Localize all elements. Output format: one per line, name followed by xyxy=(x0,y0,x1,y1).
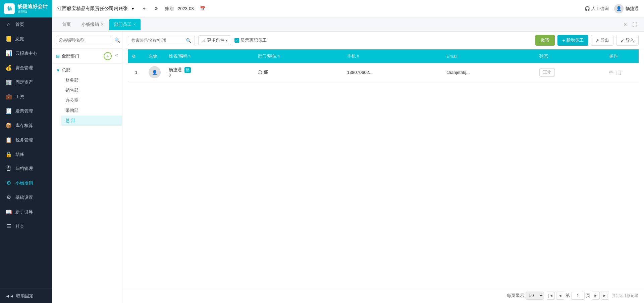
tab-home[interactable]: 首页 xyxy=(57,19,75,30)
tab-dept-label: 部门员工 xyxy=(114,21,131,28)
funds-icon: 💰 xyxy=(5,64,12,71)
unpin-button[interactable]: ◄◄ 取消固定 xyxy=(0,289,52,303)
page-text: 第 xyxy=(566,293,570,299)
tab-dept[interactable]: 部门员工 × xyxy=(109,19,141,30)
filter-label: 更多条件 xyxy=(207,37,224,43)
col-status: 状态 xyxy=(535,49,605,63)
dept-sort-icon: ⇅ xyxy=(277,54,280,58)
support-button[interactable]: 🎧 人工咨询 xyxy=(585,6,609,12)
tax-icon: 📋 xyxy=(5,137,12,143)
dept-search-icon[interactable]: 🔍 xyxy=(114,37,120,43)
sidebar-label-tax: 税务管理 xyxy=(15,137,33,143)
tab-xiaochang-label: 小畅报销 xyxy=(82,21,99,28)
add-book-button[interactable]: + xyxy=(140,4,149,13)
sidebar-item-payroll[interactable]: 💼 工资 xyxy=(0,89,52,104)
tabs-bar: 首页 小畅报销 × 部门员工 × ✕ ⛶ xyxy=(52,17,644,32)
row-avatar: 👤 xyxy=(145,63,165,82)
show-resigned-checkbox[interactable]: ✓ xyxy=(234,38,239,43)
import-button[interactable]: ↙ 导入 xyxy=(616,35,639,46)
tab-xiaochang-close[interactable]: × xyxy=(101,22,103,27)
user-info[interactable]: 👤 畅捷通 xyxy=(614,4,639,13)
sidebar-item-tax[interactable]: 📋 税务管理 xyxy=(0,133,52,147)
edit-button[interactable]: ✏ xyxy=(609,69,613,76)
dept-item-sales[interactable]: 销售部 xyxy=(61,85,122,95)
calendar-button[interactable]: 📅 xyxy=(198,4,207,13)
sidebar-item-guide[interactable]: 📖 新手引导 xyxy=(0,205,52,219)
pagination: 每页显示 50 20 100 |◄ ◄ 第 页 ► ►| 共1页, 1条 xyxy=(122,288,644,303)
emp-tag: 部 xyxy=(184,67,191,73)
dept-header-actions: + « xyxy=(104,52,118,60)
col-dept[interactable]: 部门/职位⇅ xyxy=(254,49,343,63)
dept-tree: ▼ 总部 财务部 销售部 办公室 采购部 总 部 xyxy=(52,64,122,303)
sidebar-item-xiaochang[interactable]: ⚙ 小畅报销 xyxy=(0,176,52,190)
logout-button[interactable]: ⬚ xyxy=(616,69,621,76)
dept-search-input[interactable] xyxy=(56,36,112,44)
col-settings[interactable]: ⚙ xyxy=(128,49,145,63)
show-resigned-label: 显示离职员工 xyxy=(240,37,267,43)
page-nav: |◄ ◄ 第 页 ► ►| xyxy=(547,292,609,300)
dept-search-bar: 🔍 xyxy=(52,32,122,49)
tab-xiaochang[interactable]: 小畅报销 × xyxy=(77,19,108,30)
sidebar-item-inventory[interactable]: 📦 库存核算 xyxy=(0,118,52,133)
content-area: 🔍 ⊞ 全部部门 + « ▼ 总部 财务部 销售部 办公室 xyxy=(52,32,644,303)
col-phone[interactable]: 手机⇅ xyxy=(343,49,442,63)
page-next-button[interactable]: ► xyxy=(592,292,600,300)
headset-icon: 🎧 xyxy=(585,6,590,11)
sidebar-item-funds[interactable]: 💰 资金管理 xyxy=(0,60,52,75)
more-icon: ☰ xyxy=(5,223,12,229)
export-button[interactable]: ↗ 导出 xyxy=(591,35,613,46)
inventory-icon: 📦 xyxy=(5,122,12,129)
filter-icon: ⊿ xyxy=(202,38,206,43)
import-label: 导入 xyxy=(626,37,634,43)
dept-item-purchase[interactable]: 采购部 xyxy=(61,105,122,116)
page-prev-button[interactable]: ◄ xyxy=(556,292,564,300)
name-sort-icon: ⇅ xyxy=(188,54,191,58)
sidebar-item-home[interactable]: ⌂ 首页 xyxy=(0,17,52,32)
sidebar-item-fixed-assets[interactable]: 🏢 固定资产 xyxy=(0,75,52,89)
ledger-icon: 📒 xyxy=(5,36,12,42)
add-employee-button[interactable]: + 新增员工 xyxy=(557,35,588,46)
avatar-icon: 👤 xyxy=(616,6,622,11)
sidebar-item-archive[interactable]: 🗄 归档管理 xyxy=(0,162,52,176)
user-name: 畅捷通 xyxy=(626,6,639,12)
dept-item-general[interactable]: 总 部 xyxy=(61,116,122,126)
tab-dept-close[interactable]: × xyxy=(133,22,136,27)
dept-header-label: 全部部门 xyxy=(62,53,79,59)
close-tab-button[interactable]: ✕ xyxy=(621,20,629,29)
sidebar-label-invoice: 发票管理 xyxy=(15,108,33,114)
sidebar-item-reports[interactable]: 📊 云报表中心 xyxy=(0,46,52,60)
topbar-right: 🎧 人工咨询 👤 畅捷通 xyxy=(585,4,639,13)
topbar: 江西服宝精品有限责任公司内账张 ▾ + ⚙ 账期 2023-03 📅 🎧 人工咨… xyxy=(52,0,644,17)
sidebar-label-home: 首页 xyxy=(15,21,24,28)
dept-item-finance[interactable]: 财务部 xyxy=(61,75,122,85)
settings-button[interactable]: ⚙ xyxy=(152,4,161,13)
sidebar-item-ledger[interactable]: 📒 总账 xyxy=(0,32,52,46)
employee-search-input[interactable] xyxy=(131,38,184,43)
sidebar-item-invoice[interactable]: 🧾 发票管理 xyxy=(0,104,52,118)
company-dropdown[interactable]: ▾ xyxy=(132,6,134,11)
page-number-input[interactable] xyxy=(571,292,585,300)
app-name: 畅捷通好会计 旗舰版 xyxy=(17,3,48,14)
emp-code: 0 xyxy=(169,73,250,78)
sidebar-item-more[interactable]: ☰ 社会 xyxy=(0,219,52,233)
show-resigned-toggle[interactable]: ✓ 显示离职员工 xyxy=(234,37,267,43)
page-last-button[interactable]: ►| xyxy=(601,292,609,300)
phone-sort-icon: ⇅ xyxy=(357,54,359,58)
invite-button[interactable]: 邀请 xyxy=(535,35,555,46)
sidebar-item-closing[interactable]: 🔒 结账 xyxy=(0,147,52,162)
maximize-tab-button[interactable]: ⛶ xyxy=(631,20,639,29)
dept-item-office[interactable]: 办公室 xyxy=(61,95,122,105)
row-status: 正常 xyxy=(535,63,605,82)
guide-icon: 📖 xyxy=(5,209,12,215)
sidebar-label-more: 社会 xyxy=(15,223,24,229)
page-first-button[interactable]: |◄ xyxy=(547,292,555,300)
employee-search-icon[interactable]: 🔍 xyxy=(186,38,191,43)
sidebar-item-basic-settings[interactable]: ⚙ 基础设置 xyxy=(0,190,52,205)
dept-collapse-button[interactable]: « xyxy=(115,52,118,60)
dept-add-button[interactable]: + xyxy=(104,52,112,60)
sidebar-label-closing: 结账 xyxy=(15,152,24,158)
col-name[interactable]: 姓名/编码⇅ xyxy=(165,49,254,63)
per-page-dropdown[interactable]: 50 20 100 xyxy=(526,292,544,300)
filter-button[interactable]: ⊿ 更多条件 ▾ xyxy=(198,35,231,45)
dept-group-label-text: 总部 xyxy=(62,67,70,73)
